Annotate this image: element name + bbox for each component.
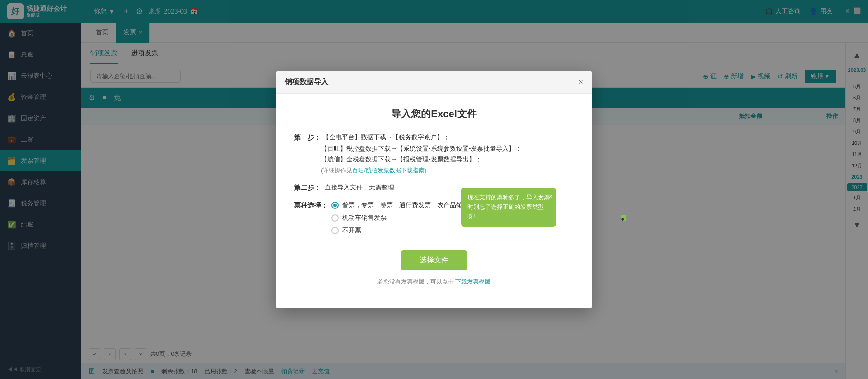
radio-noticket-circle[interactable] — [331, 227, 339, 234]
modal-close-btn[interactable]: × — [578, 77, 583, 87]
step1-line-1: 【百旺】税控盘数据下载→【系统设置-系统参数设置-发票批量导入】； — [294, 145, 574, 153]
select-file-btn[interactable]: 选择文件 — [401, 250, 467, 270]
tooltip-dot: ● — [621, 215, 626, 221]
modal-main-title: 导入您的Excel文件 — [294, 107, 574, 121]
step1-section: 第一步： 【全电平台】数据下载→【税务数字账户】； 【百旺】税控盘数据下载→【系… — [294, 133, 574, 175]
step1-label: 第一步： — [294, 133, 321, 142]
modal-overlay: 销项数据导入 × 导入您的Excel文件 第一步： 【全电平台】数据下载→【税务… — [0, 0, 868, 379]
tooltip-bubble: × 现在支持的票种多了，导入发票时别忘了选择正确的发票类型呀! — [461, 188, 556, 227]
step1-first-line: 第一步： 【全电平台】数据下载→【税务数字账户】； — [294, 133, 574, 142]
radio-motor[interactable]: 机动车销售发票 ● — [331, 214, 481, 222]
step1-line-0: 【全电平台】数据下载→【税务数字账户】； — [323, 133, 449, 142]
modal-header: 销项数据导入 × — [276, 71, 592, 94]
radio-motor-circle[interactable] — [331, 214, 339, 222]
modal-title: 销项数据导入 — [285, 77, 328, 87]
step2-content: 直接导入文件，无需整理 — [325, 184, 394, 192]
download-hint-prefix: 若您没有发票模版，可以点击 — [377, 278, 454, 285]
step1-line-2: 【航信】金税盘数据下载→【报税管理-发票数据导出】； — [294, 156, 574, 164]
tooltip-close-btn[interactable]: × — [549, 191, 552, 201]
download-template-link[interactable]: 下载发票模版 — [455, 278, 491, 285]
step1-link: (详细操作见百旺/航信发票数据下载指南) — [294, 166, 574, 175]
radio-noticket-label: 不开票 — [342, 227, 361, 235]
radio-normal-circle[interactable] — [331, 202, 339, 209]
ticket-label: 票种选择： — [294, 201, 328, 210]
step2-label: 第二步： — [294, 184, 321, 192]
download-guide-link[interactable]: 百旺/航信发票数据下载指南 — [352, 167, 425, 174]
radio-noticket[interactable]: 不开票 — [331, 227, 481, 235]
tooltip-text: 现在支持的票种多了，导入发票时别忘了选择正确的发票类型呀! — [467, 194, 550, 220]
download-hint: 若您没有发票模版，可以点击 下载发票模版 — [294, 278, 574, 295]
radio-motor-label: 机动车销售发票 — [342, 214, 387, 222]
